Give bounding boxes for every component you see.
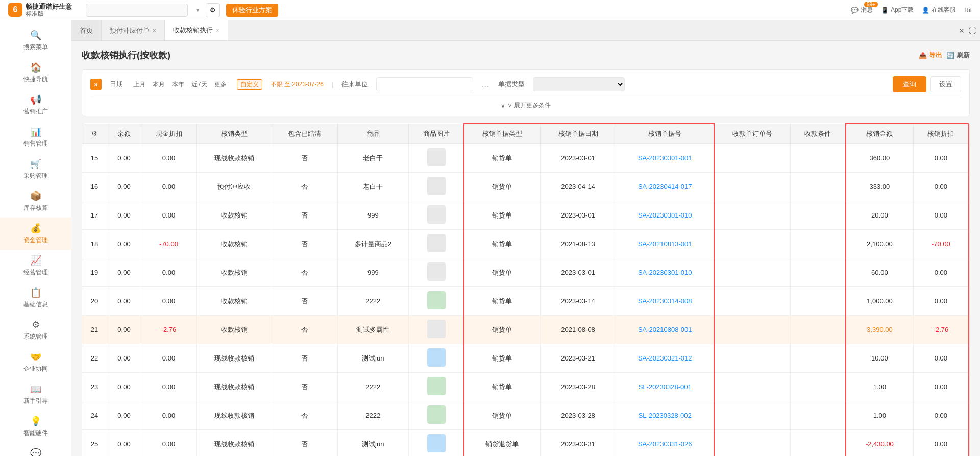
sidebar-item-8[interactable]: 📋基础信息 bbox=[0, 282, 71, 314]
user-area[interactable]: Rit bbox=[964, 7, 972, 14]
bill-no-link[interactable]: SA-20210813-001 bbox=[638, 240, 692, 248]
sidebar-item-1[interactable]: 🏠快捷导航 bbox=[0, 57, 71, 89]
app-download-btn[interactable]: 📱 App下载 bbox=[881, 6, 914, 14]
cell-10-product_img bbox=[409, 430, 464, 457]
main-content: 收款核销执行(按收款) 📤 导出 🔄 刷新 » 日期 bbox=[71, 41, 980, 456]
cell-8-product_img bbox=[409, 373, 464, 401]
table-row[interactable]: 200.000.00收款核销否2222销货单2023-03-14SA-20230… bbox=[82, 287, 969, 316]
cell-0-verify_type: 现线收款核销 bbox=[196, 144, 272, 173]
tab-1[interactable]: 预付冲应付单× bbox=[102, 20, 165, 40]
cell-1-verify_bill_no: SA-20230414-017 bbox=[616, 173, 714, 201]
sidebar-icon-9: ⚙ bbox=[32, 319, 40, 330]
bill-no-link[interactable]: SA-20230331-026 bbox=[638, 440, 692, 448]
bill-no-link[interactable]: SA-20230414-017 bbox=[638, 183, 692, 190]
cell-1-product: 老白干 bbox=[337, 173, 408, 201]
date-option-本月[interactable]: 本月 bbox=[151, 79, 167, 90]
table-row[interactable]: 230.000.00现线收款核销否2222销货单2023-03-28SL-202… bbox=[82, 373, 969, 401]
cell-7-verify_bill_no: SA-20230321-012 bbox=[616, 344, 714, 373]
query-button[interactable]: 查询 bbox=[893, 76, 926, 92]
cell-9-verify_discount: 0.00 bbox=[913, 401, 969, 430]
sidebar-item-2[interactable]: 📢营销推广 bbox=[0, 89, 71, 121]
settings-icon[interactable]: ⚙ bbox=[206, 3, 220, 17]
bill-no-link[interactable]: SA-20230301-010 bbox=[638, 211, 692, 219]
date-custom-btn[interactable]: 自定义 bbox=[237, 79, 262, 90]
cell-1-verify_bill_date: 2023-04-14 bbox=[540, 173, 616, 201]
sidebar-label-3: 销售管理 bbox=[23, 139, 48, 148]
table-row[interactable]: 250.000.00现线收款核销否测试jun销货退货单2023-03-31SA-… bbox=[82, 430, 969, 457]
sidebar-item-4[interactable]: 🛒采购管理 bbox=[0, 153, 71, 185]
sidebar-item-11[interactable]: 📖新手引导 bbox=[0, 378, 71, 411]
date-option-近7天[interactable]: 近7天 bbox=[189, 79, 209, 90]
sidebar-item-5[interactable]: 📦库存核算 bbox=[0, 185, 71, 218]
cell-7-verify_bill_date: 2023-03-21 bbox=[540, 344, 616, 373]
tab-2[interactable]: 收款核销执行× bbox=[165, 20, 228, 40]
cell-5-cash_discount: 0.00 bbox=[141, 287, 197, 316]
table-row[interactable]: 210.00-2.76收款核销否测试多属性销货单2021-08-08SA-202… bbox=[82, 316, 969, 344]
sidebar-item-13[interactable]: 💬企业微信 bbox=[0, 443, 71, 456]
tab-close-window-icon[interactable]: ✕ bbox=[959, 27, 965, 35]
cell-2-include_settled: 否 bbox=[272, 201, 337, 230]
bill-no-link[interactable]: SA-20230321-012 bbox=[638, 354, 692, 362]
col-header-verify_discount: 核销折扣 bbox=[913, 124, 969, 144]
bill-no-link[interactable]: SA-20210808-001 bbox=[638, 326, 692, 333]
cell-6-product: 测试多属性 bbox=[337, 316, 408, 344]
bill-no-link[interactable]: SA-20230301-010 bbox=[638, 269, 692, 276]
bill-no-link[interactable]: SL-20230328-002 bbox=[639, 412, 692, 419]
sidebar-item-6[interactable]: 💰资金管理 bbox=[0, 218, 71, 250]
sidebar-item-7[interactable]: 📈经营管理 bbox=[0, 250, 71, 282]
sidebar-item-0[interactable]: 🔍搜索菜单 bbox=[0, 25, 71, 57]
cell-10-balance: 0.00 bbox=[107, 430, 141, 457]
tab-bar: 首页预付冲应付单×收款核销执行×✕⛶ bbox=[71, 20, 980, 41]
tab-close-2[interactable]: × bbox=[216, 27, 219, 34]
bill-no-link[interactable]: SL-20230328-001 bbox=[639, 383, 692, 391]
bill-no-link[interactable]: SA-20230301-001 bbox=[638, 154, 692, 162]
sidebar-label-1: 快捷导航 bbox=[23, 75, 48, 84]
sidebar-item-9[interactable]: ⚙系统管理 bbox=[0, 314, 71, 346]
refresh-button[interactable]: 🔄 刷新 bbox=[946, 51, 970, 60]
bill-type-select[interactable] bbox=[533, 77, 625, 91]
table-row[interactable]: 220.000.00现线收款核销否测试jun销货单2023-03-21SA-20… bbox=[82, 344, 969, 373]
bill-type-label: 单据类型 bbox=[498, 80, 525, 89]
cell-8-receipt_condition bbox=[790, 373, 846, 401]
export-button[interactable]: 📤 导出 bbox=[919, 51, 942, 60]
cell-0-product: 老白干 bbox=[337, 144, 408, 173]
top-search-input[interactable] bbox=[86, 4, 188, 17]
table-row[interactable]: 190.000.00收款核销否999销货单2023-03-01SA-202303… bbox=[82, 258, 969, 287]
cell-0-cash_discount: 0.00 bbox=[141, 144, 197, 173]
cell-7-balance: 0.00 bbox=[107, 344, 141, 373]
cell-7-receipt_order_no bbox=[714, 344, 790, 373]
bill-no-link[interactable]: SA-20230314-008 bbox=[638, 297, 692, 305]
date-option-上月[interactable]: 上月 bbox=[131, 79, 148, 90]
cell-4-verify_discount: 0.00 bbox=[913, 258, 969, 287]
tab-maximize-icon[interactable]: ⛶ bbox=[969, 27, 976, 35]
cell-10-cash_discount: 0.00 bbox=[141, 430, 197, 457]
cell-8-verify_bill_no: SL-20230328-001 bbox=[616, 373, 714, 401]
sidebar-item-10[interactable]: 🤝企业协同 bbox=[0, 346, 71, 378]
industry-btn[interactable]: 休验行业方案 bbox=[226, 4, 278, 17]
date-option-本年[interactable]: 本年 bbox=[170, 79, 186, 90]
table-row[interactable]: 170.000.00收款核销否999销货单2023-03-01SA-202303… bbox=[82, 201, 969, 230]
messages-btn[interactable]: 💬 消息 99+ bbox=[851, 6, 873, 14]
date-option-更多[interactable]: 更多 bbox=[212, 79, 229, 90]
filter-settings-btn[interactable]: 设置 bbox=[930, 76, 961, 92]
tab-close-1[interactable]: × bbox=[153, 27, 156, 34]
partner-input[interactable] bbox=[376, 77, 473, 91]
table-row[interactable]: 240.000.00现线收款核销否2222销货单2023-03-28SL-202… bbox=[82, 401, 969, 430]
table-row[interactable]: 150.000.00现线收款核销否老白干销货单2023-03-01SA-2023… bbox=[82, 144, 969, 173]
cell-5-verify_amount: 1,000.00 bbox=[846, 287, 913, 316]
table-row[interactable]: 160.000.00预付冲应收否老白干销货单2023-04-14SA-20230… bbox=[82, 173, 969, 201]
sidebar-item-3[interactable]: 📊销售管理 bbox=[0, 121, 71, 153]
table-row[interactable]: 180.00-70.00收款核销否多计量商品2销货单2021-08-13SA-2… bbox=[82, 230, 969, 258]
cell-0-include_settled: 否 bbox=[272, 144, 337, 173]
cell-5-verify_bill_date: 2023-03-14 bbox=[540, 287, 616, 316]
cell-9-receipt_order_no bbox=[714, 401, 790, 430]
sidebar-item-12[interactable]: 💡智能硬件 bbox=[0, 411, 71, 443]
cell-4-include_settled: 否 bbox=[272, 258, 337, 287]
cell-5-include_settled: 否 bbox=[272, 287, 337, 316]
filter-expand-btn[interactable]: » bbox=[90, 79, 102, 90]
cell-10-verify_amount: -2,430.00 bbox=[846, 430, 913, 457]
online-service-btn[interactable]: 👤 在线客服 bbox=[922, 6, 956, 14]
tab-0[interactable]: 首页 bbox=[71, 20, 102, 40]
date-range: 不限 至 2023-07-26 bbox=[271, 80, 324, 89]
expand-conditions-btn[interactable]: ∨ ∨ 展开更多条件 bbox=[90, 97, 961, 110]
